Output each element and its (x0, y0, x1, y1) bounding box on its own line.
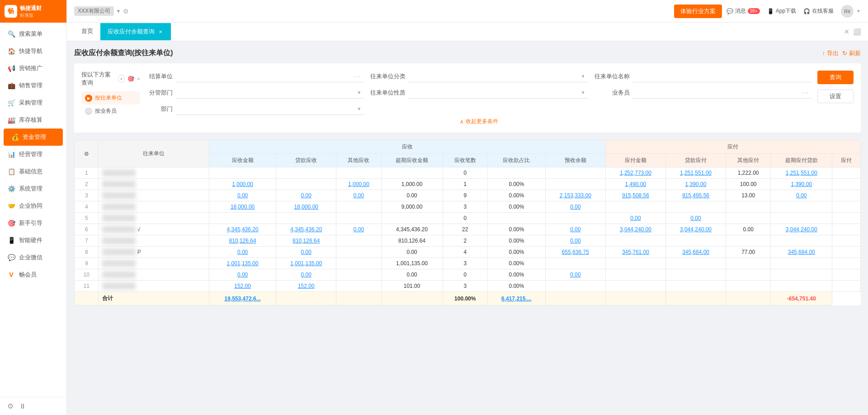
row-ap-loan[interactable]: 345,684.00 (665, 247, 726, 258)
row-unit: ████ (99, 235, 209, 247)
footer-ar-total[interactable]: 19,553,472,6... (209, 292, 276, 305)
collapse-button[interactable]: ∧ 收起更多条件 (146, 118, 812, 125)
sidebar-item-guide[interactable]: 🎯 新手引导 (0, 215, 66, 232)
row-ar-amount[interactable]: 4,345,436.20 (209, 224, 276, 235)
scheme-by-unit[interactable]: ▶ 按往来单位 (81, 91, 140, 105)
collapse-icon[interactable]: ⏸ (19, 402, 26, 410)
unit-name-input[interactable] (632, 71, 812, 82)
row-ar-amount[interactable]: 810,126.64 (209, 235, 276, 247)
sidebar-item-base[interactable]: 📋 基础信息 (0, 163, 66, 180)
row-ap-amount[interactable]: 345,761.00 (605, 247, 665, 258)
dept-manager-input[interactable]: ▼ (175, 87, 364, 99)
messages-button[interactable]: 💬 消息 99+ (726, 7, 760, 15)
sidebar-item-capital[interactable]: 💰 资金管理 (4, 129, 63, 146)
row-ap-loan[interactable]: 915,495.56 (665, 190, 726, 201)
row-ar-advance[interactable]: 0.00 (545, 269, 605, 281)
row-ap-loan[interactable]: 3,044,240.00 (665, 224, 726, 235)
trial-button[interactable]: 体验行业方案 (674, 5, 722, 18)
sidebar-item-search[interactable]: 🔍 搜索菜单 (0, 25, 66, 43)
sidebar-item-enterprise[interactable]: 🤝 企业协同 (0, 197, 66, 215)
close-window-icon[interactable]: ✕ (844, 28, 849, 35)
row-ar-loan[interactable]: 0.00 (276, 269, 336, 281)
row-ar-amount[interactable]: 0.00 (209, 247, 276, 258)
row-ap-loan[interactable]: 1,251,551.00 (665, 167, 726, 179)
sidebar-item-marketing[interactable]: 📢 营销推广 (0, 60, 66, 77)
row-ar-other[interactable]: 1,000.00 (336, 179, 381, 190)
sidebar-item-inventory[interactable]: 🏭 库存核算 (0, 111, 66, 129)
row-ar-loan[interactable]: 4,345,436.20 (276, 224, 336, 235)
tab-close-icon[interactable]: ✕ (157, 29, 164, 35)
row-ar-amount[interactable]: 1,001,135.00 (209, 258, 276, 269)
online-support-button[interactable]: 🎧 在线客服 (803, 7, 834, 15)
arrow-left-icon[interactable]: « (137, 76, 140, 82)
sidebar-item-member[interactable]: V 畅会员 (0, 266, 66, 283)
row-ap-overdue[interactable]: 0.00 (771, 190, 832, 201)
row-ar-loan[interactable]: 18,000.00 (276, 201, 336, 213)
row-ar-amount[interactable]: 18,000.00 (209, 201, 276, 213)
refresh-button[interactable]: ↻ 刷新 (842, 49, 861, 57)
row-ap-amount[interactable]: 1,490.00 (605, 179, 665, 190)
row-ap-overdue[interactable]: 1,390.00 (771, 179, 832, 190)
row-ar-advance[interactable]: 655,636.75 (545, 247, 605, 258)
row-ar-amount[interactable]: 0.00 (209, 269, 276, 281)
row-ar-loan[interactable]: 0.00 (276, 247, 336, 258)
sidebar-item-quicknav[interactable]: 🏠 快捷导航 (0, 43, 66, 60)
unit-nature-input[interactable]: ▼ (408, 87, 588, 99)
row-ap-overdue[interactable]: 345,684.00 (771, 247, 832, 258)
dept-input[interactable]: ▼ (175, 103, 364, 115)
settings-icon[interactable]: ⚙ (7, 402, 14, 410)
row-ap-extra (832, 190, 861, 201)
sidebar-item-hardware[interactable]: 📱 智能硬件 (0, 232, 66, 249)
row-ar-amount[interactable]: 1,000.00 (209, 179, 276, 190)
sidebar-item-purchase[interactable]: 🛒 采购管理 (0, 94, 66, 111)
unit-category-input[interactable]: ▼ (408, 71, 588, 82)
row-ap-overdue[interactable]: 1,251,551.00 (771, 167, 832, 179)
row-ar-other[interactable]: 0.00 (336, 224, 381, 235)
row-ap-loan[interactable]: 1,390.00 (665, 179, 726, 190)
table-row: 8████ P0.000.000.0040.00%655,636.75345,7… (75, 247, 861, 258)
row-ar-advance[interactable]: 0.00 (545, 201, 605, 213)
sidebar-item-operation[interactable]: 📊 经营管理 (0, 146, 66, 163)
row-ap-amount[interactable]: 3,044,240.00 (605, 224, 665, 235)
row-ar-loan[interactable]: 810,126.64 (276, 235, 336, 247)
row-ar-overdue: 101.00 (381, 281, 443, 292)
target-icon[interactable]: 🎯 (127, 76, 134, 82)
row-ap-loan (665, 258, 726, 269)
app-download-button[interactable]: 📱 App下载 (767, 7, 796, 15)
row-ar-loan[interactable]: 152.00 (276, 281, 336, 292)
footer-ar-advance[interactable]: 6,417,215.... (487, 292, 545, 305)
tab-ar-ap[interactable]: 应收应付余额查询 ✕ (100, 23, 171, 40)
row-ap-extra (832, 213, 861, 224)
expand-window-icon[interactable]: ⬜ (853, 28, 861, 35)
tab-home[interactable]: 首页 (74, 23, 100, 41)
query-button[interactable]: 查询 (817, 71, 854, 84)
row-ar-advance[interactable]: 2,153,333.00 (545, 190, 605, 201)
row-ar-loan[interactable]: 1,001,135.00 (276, 258, 336, 269)
row-ar-advance[interactable]: 0.00 (545, 235, 605, 247)
row-ap-loan[interactable]: 0.00 (665, 213, 726, 224)
sidebar-item-wechat[interactable]: 💬 企业微信 (0, 249, 66, 266)
row-ap-overdue[interactable]: 3,044,240.00 (771, 224, 832, 235)
table-settings-icon[interactable]: ⚙ (82, 150, 90, 158)
row-ap-amount[interactable]: 0.00 (605, 213, 665, 224)
row-ap-amount[interactable]: 1,252,773.00 (605, 167, 665, 179)
row-ap-overdue (771, 201, 832, 213)
row-ar-amount[interactable]: 0.00 (209, 190, 276, 201)
chevron-down-icon[interactable]: ▼ (116, 8, 121, 14)
user-menu[interactable]: Rit ▼ (841, 5, 861, 18)
settlement-unit-input[interactable]: ··· (175, 71, 364, 82)
export-button[interactable]: ↑ 导出 (822, 49, 839, 57)
salesperson-input[interactable]: ··· (632, 87, 812, 99)
row-ar-other[interactable]: 0.00 (336, 190, 381, 201)
sidebar-item-sales[interactable]: 💼 销售管理 (0, 77, 66, 94)
row-ar-amount[interactable]: 152.00 (209, 281, 276, 292)
add-scheme-button[interactable]: + (118, 75, 125, 83)
row-ar-advance[interactable]: 0.00 (545, 224, 605, 235)
sidebar-item-system[interactable]: ⚙️ 系统管理 (0, 180, 66, 197)
scheme-by-employee[interactable]: ⏱ 按业务员 (81, 105, 140, 118)
row-ar-loan[interactable]: 0.00 (276, 190, 336, 201)
gear-icon[interactable]: ⚙ (123, 8, 129, 15)
tab-bar: 首页 应收应付余额查询 ✕ ✕ ⬜ (67, 23, 868, 41)
setting-button[interactable]: 设置 (817, 90, 854, 103)
row-ap-amount[interactable]: 915,508.56 (605, 190, 665, 201)
